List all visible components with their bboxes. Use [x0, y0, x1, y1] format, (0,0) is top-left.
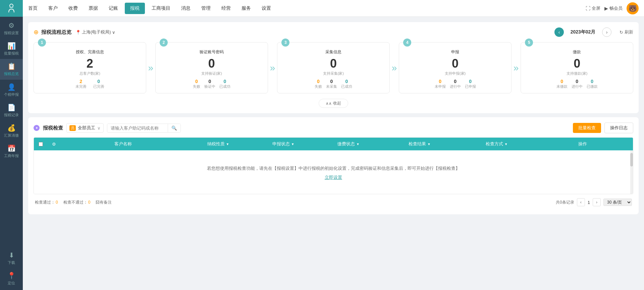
- sidebar-item-location[interactable]: 📍 定位: [0, 268, 23, 289]
- download-icon: ⬇: [9, 251, 14, 259]
- check-fail-link[interactable]: 0: [88, 200, 91, 205]
- step-5-number: 5: [525, 39, 533, 47]
- collapse-button[interactable]: ∧∧ 收起: [319, 99, 348, 108]
- nav-item-settings[interactable]: 设置: [256, 0, 276, 17]
- refresh-icon: ↻: [620, 30, 623, 35]
- sidebar-item-personal-tax[interactable]: 👤 个税申报: [0, 80, 23, 100]
- nav-item-service[interactable]: 服务: [236, 0, 256, 17]
- step-4-card: 4 申报 0 支持申报(家) 0 未申报 0 进行中: [399, 42, 512, 93]
- step-5-big-num: 0: [525, 58, 629, 70]
- sidebar-item-tax-records[interactable]: 📄 报税记录: [0, 100, 23, 121]
- arrow-4: »: [513, 63, 520, 73]
- overview-title: 报税流程总览: [41, 29, 71, 35]
- content-area: ⊕ 报税流程总览 📍 上海(电子税局) ∨ ‹ 2023年02月 › ↻ 刷新: [23, 17, 644, 290]
- step-1-stat-0: 2 未完善: [75, 79, 87, 89]
- nav-item-operation[interactable]: 经营: [216, 0, 236, 17]
- refresh-button[interactable]: ↻ 刷新: [620, 29, 633, 35]
- table-header: ⚙ 客户名称 纳税性质 ▼ 申报状态 ▼ 缴费状态 ▼ 检: [34, 138, 633, 150]
- table-footer: 检查通过： 0 检查不通过： 0 囧有备注 共0条记录 ‹ 1 › 30 条/页…: [34, 196, 633, 209]
- filter-icon-3: ▼: [356, 142, 360, 146]
- search-input[interactable]: [107, 124, 168, 132]
- step-1-subtitle: 总客户数(家): [38, 71, 142, 76]
- step-4-number: 4: [403, 39, 411, 47]
- step-2-stat-2: 0 已成功: [219, 79, 230, 89]
- setup-link[interactable]: 立即设置: [325, 174, 342, 180]
- fullscreen-button[interactable]: ⛶ 全屏: [586, 5, 600, 11]
- col-result-header[interactable]: 检查结果 ▼: [381, 138, 458, 150]
- document-icon: 📄: [7, 103, 16, 112]
- page-size-select[interactable]: 30 条/页 50 条/页 100 条/页: [603, 199, 632, 206]
- nav-item-business[interactable]: 工商项目: [146, 0, 176, 17]
- step-3-subtitle: 支持采集(家): [281, 71, 385, 76]
- col-setting-icon[interactable]: ⚙: [47, 138, 61, 150]
- scrollbar-track[interactable]: [630, 150, 633, 194]
- page-current: 1: [588, 200, 590, 205]
- logo: [0, 0, 23, 17]
- nav-item-manage[interactable]: 管理: [196, 0, 216, 17]
- step-1-stat-0-num: 2: [75, 79, 87, 84]
- check-pass-stat: 检查通过： 0: [35, 200, 58, 205]
- step-4-title: 申报: [403, 49, 507, 55]
- nav-item-invoice[interactable]: 票据: [83, 0, 103, 17]
- person-icon: 👤: [7, 83, 16, 91]
- scrollbar-placeholder: [630, 138, 633, 150]
- sidebar: ⚙ 报税设置 📊 批量报税 📋 报税总览 👤 个税申报 📄 报税记录 💰 汇算清…: [0, 17, 23, 290]
- step-2-title: 验证账号密码: [160, 49, 264, 55]
- search-container: 🔍: [107, 124, 181, 133]
- nav-item-message[interactable]: 消息: [176, 0, 196, 17]
- step-5-card: 5 缴款 0 支持缴款(家) 0 未缴款 0 进行中: [521, 42, 633, 93]
- nav-item-customer[interactable]: 客户: [43, 0, 63, 17]
- step-2-stat-0: 0 失败: [193, 79, 200, 89]
- check-title-icon: ✦: [34, 125, 40, 131]
- col-pay-header[interactable]: 缴费状态 ▼: [316, 138, 381, 150]
- sidebar-item-tax-settings[interactable]: ⚙ 报税设置: [0, 18, 23, 39]
- sidebar-item-annual-report[interactable]: 📅 工商年报: [0, 141, 23, 161]
- step-1-card: 1 授权、完善信息 2 总客户数(家) 2 未完善 0 已完善: [34, 42, 146, 93]
- col-method-header[interactable]: 检查方式 ▼: [458, 138, 535, 150]
- step-1-stat-1: 0 已完善: [93, 79, 104, 89]
- page-prev-button[interactable]: ‹: [577, 198, 585, 206]
- nav-item-account[interactable]: 记账: [103, 0, 123, 17]
- dropdown-icon: ∨: [97, 126, 101, 131]
- nav-bar: 首页 客户 收费 票据 记账 报税 工商项目 消息 管理 经营 服务 设置: [23, 0, 586, 17]
- member-button[interactable]: ▶ 畅会员: [604, 5, 623, 11]
- nav-item-fee[interactable]: 收费: [63, 0, 83, 17]
- steps-row: 1 授权、完善信息 2 总客户数(家) 2 未完善 0 已完善: [34, 42, 633, 93]
- check-pass-link[interactable]: 0: [56, 200, 58, 205]
- step-1-stat-0-label: 未完善: [75, 84, 87, 89]
- sidebar-item-settlement[interactable]: 💰 汇算清缴: [0, 121, 23, 141]
- page-next-button[interactable]: ›: [593, 198, 601, 206]
- arrow-1: »: [148, 63, 154, 73]
- sidebar-item-tax-overview[interactable]: 📋 报税总览: [0, 59, 23, 79]
- nav-item-tax[interactable]: 报税: [125, 3, 145, 14]
- sidebar-item-download[interactable]: ⬇ 下载: [0, 248, 23, 268]
- check-section: ✦ 报税检查 员 全部员工 ∨ 🔍 批量检查 操作日志: [28, 117, 639, 214]
- avatar: 🐻: [627, 2, 639, 14]
- month-nav: ‹ 2023年02月 ›: [554, 27, 611, 37]
- next-month-button[interactable]: ›: [602, 27, 611, 37]
- location-small-icon: 📍: [75, 30, 81, 35]
- col-declare-header[interactable]: 申报状态 ▼: [251, 138, 316, 150]
- table-empty-state: 若您想使用报税检查功能，请先在【报税设置】中进行报税的初始化设置，完成密码验证和…: [34, 150, 633, 194]
- tax-office-select[interactable]: 📍 上海(电子税局) ∨: [75, 29, 115, 35]
- col-tax-type-header[interactable]: 纳税性质 ▼: [185, 138, 251, 150]
- nav-item-home[interactable]: 首页: [23, 0, 43, 17]
- search-button[interactable]: 🔍: [168, 124, 180, 132]
- prev-month-button[interactable]: ‹: [554, 27, 564, 37]
- col-name-header: 客户名称: [61, 138, 185, 150]
- nav-right: ⛶ 全屏 ▶ 畅会员 🐻: [586, 2, 639, 14]
- employee-icon: 员: [69, 125, 76, 131]
- step-1-stat-1-num: 0: [93, 79, 104, 84]
- has-note: 囧有备注: [96, 200, 112, 205]
- filter-icon-2: ▼: [291, 142, 294, 146]
- operation-log-button[interactable]: 操作日志: [604, 123, 633, 133]
- col-checkbox[interactable]: [34, 138, 47, 150]
- step-1-big-num: 2: [38, 58, 142, 70]
- step-3-card: 3 采集信息 0 支持采集(家) 0 失败 0 未采集: [277, 42, 390, 93]
- batch-check-button[interactable]: 批量检查: [573, 123, 601, 133]
- overview-card: ⊕ 报税流程总览 📍 上海(电子税局) ∨ ‹ 2023年02月 › ↻ 刷新: [28, 22, 639, 113]
- step-1-title: 授权、完善信息: [38, 49, 142, 55]
- employee-selector[interactable]: 员 全部员工 ∨: [66, 123, 104, 133]
- sidebar-item-batch-tax[interactable]: 📊 批量报税: [0, 39, 23, 59]
- svg-point-0: [10, 4, 13, 7]
